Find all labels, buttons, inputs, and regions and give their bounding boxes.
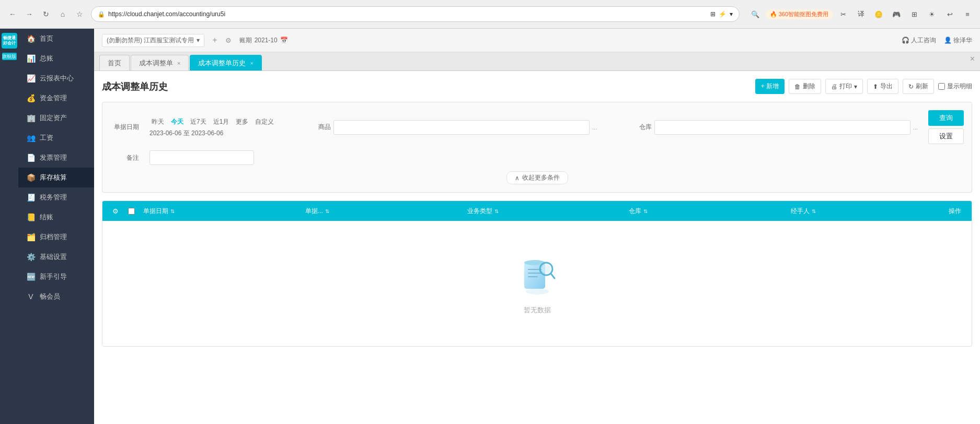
company-selector[interactable]: (勿删勿禁用) 江西服宝测试专用 ▾ [102,34,204,47]
add-label: + 新增 [761,82,779,91]
th-warehouse[interactable]: 仓库 ⇅ [625,207,787,216]
add-button[interactable]: + 新增 [755,79,785,94]
calendar-icon[interactable]: 📅 [280,37,288,44]
shortcut-7days[interactable]: 近7天 [188,116,209,127]
sidebar-item-home[interactable]: 🏠 首页 [18,29,94,49]
sidebar-item-ledger[interactable]: 📊 总账 [18,49,94,68]
sidebar-item-vip[interactable]: V 畅会员 [18,287,94,307]
sidebar-label-reports: 云报表中心 [40,74,74,83]
goods-input[interactable] [333,120,590,135]
sidebar-item-payroll[interactable]: 👥 工资 [18,128,94,148]
settings-gear-icon[interactable]: ⚙ [225,37,232,44]
show-detail-checkbox[interactable]: 显示明细 [938,82,972,91]
table-gear-icon[interactable]: ⚙ [108,207,123,215]
sidebar-label-settings: 基础设置 [40,252,67,262]
sidebar-label-assets: 固定资产 [40,113,67,123]
user-icon: 👤 [944,37,952,44]
sidebar-item-assets[interactable]: 🏢 固定资产 [18,108,94,128]
scissors-icon[interactable]: ✂ [836,7,850,21]
apps-icon[interactable]: ⊞ [907,7,921,21]
date-filter-group: 昨天 今天 近7天 近1月 更多 自定义 2023-06-06 至 2023-0… [149,116,276,138]
header-actions: + 新增 🗑 删除 🖨 打印 ▾ ⬆ 导出 [755,79,972,94]
print-dropdown-icon: ▾ [854,83,857,90]
sidebar-item-closing[interactable]: 📒 结账 [18,207,94,227]
goods-more-btn[interactable]: ... [592,124,597,131]
browser-right-tools: 🔍 🔥 360智能抠图免费用 ✂ 译 🪙 🎮 ⊞ ☀ ↩ ≡ [748,7,975,21]
wallet-icon[interactable]: 🪙 [871,7,886,21]
th-handler-label: 经手人 [791,207,810,216]
sidebar-item-reports[interactable]: 📈 云报表中心 [18,68,94,88]
th-date[interactable]: 单据日期 ⇅ [139,207,301,216]
select-all-input[interactable] [128,208,135,215]
brand-edition-badge: 旗舰版 [2,53,17,60]
page-header: 成本调整单历史 + 新增 🗑 删除 🖨 打印 ▾ ⬆ [102,79,972,94]
th-warehouse-label: 仓库 [629,207,641,216]
menu-icon[interactable]: ≡ [960,7,975,21]
game-icon[interactable]: 🎮 [889,7,904,21]
reports-icon: 📈 [26,74,36,83]
back-button[interactable]: ← [5,7,20,21]
tab-bar-close-all[interactable]: × [970,54,975,64]
tab-cost-adjust[interactable]: 成本调整单 × [131,55,189,70]
filter-row-date: 单据日期 昨天 今天 近7天 近1月 更多 自定义 2023-06-06 至 2… [110,110,964,144]
forward-button[interactable]: → [22,7,37,21]
nav-buttons: ← → ↻ ⌂ ☆ [5,7,87,21]
address-bar[interactable]: 🔒 https://cloud.chanjet.com/accounting/u… [91,6,740,22]
sidebar-item-inventory[interactable]: 📦 库存核算 [18,168,94,187]
svg-line-9 [551,274,555,278]
translate-icon[interactable]: 译 [854,7,868,21]
empty-illustration [514,252,561,299]
ssl-lock-icon: 🔒 [98,11,105,18]
payroll-icon: 👥 [26,134,36,142]
shortcut-more[interactable]: 更多 [234,116,250,127]
shortcut-custom[interactable]: 自定义 [253,116,276,127]
remark-input[interactable] [149,150,254,165]
print-button[interactable]: 🖨 打印 ▾ [825,79,863,94]
query-button[interactable]: 查询 [928,110,964,126]
sidebar-item-archive[interactable]: 🗂️ 归档管理 [18,227,94,247]
tab-cost-history-close[interactable]: × [250,60,253,66]
shortcut-yesterday[interactable]: 昨天 [149,116,166,127]
add-company-btn[interactable]: + [212,36,217,45]
sidebar-item-invoice[interactable]: 📄 发票管理 [18,148,94,168]
export-button[interactable]: ⬆ 导出 [867,79,898,94]
brand-logo[interactable]: 畅捷通好会计 [2,33,17,49]
brightness-icon[interactable]: ☀ [925,7,939,21]
shortcut-1month[interactable]: 近1月 [211,116,232,127]
shortcut-today[interactable]: 今天 [169,116,186,127]
hot-search-area[interactable]: 🔥 360智能抠图免费用 [766,9,833,19]
th-biztype[interactable]: 业务类型 ⇅ [463,207,625,216]
delete-button[interactable]: 🗑 删除 [789,79,821,94]
tab-cost-adjust-close[interactable]: × [177,60,180,66]
settings-icon: ⚙️ [26,253,36,261]
table-select-all-checkbox[interactable] [123,208,139,215]
tab-cost-history[interactable]: 成本调整单历史 × [190,55,261,70]
tab-home[interactable]: 首页 [99,55,130,70]
user-btn[interactable]: 👤 徐泽华 [944,36,972,45]
bookmark-button[interactable]: ☆ [72,7,87,21]
th-handler-sort-icon: ⇅ [812,208,816,214]
th-handler[interactable]: 经手人 ⇅ [787,207,949,216]
home-button[interactable]: ⌂ [55,7,70,21]
collapse-btn[interactable]: ∧ 收起更多条件 [506,171,568,184]
th-docno[interactable]: 单据... ⇅ [301,207,463,216]
table-empty-state: 暂无数据 [102,221,972,346]
show-detail-input[interactable] [938,83,945,90]
svg-point-0 [526,288,549,295]
undo-icon[interactable]: ↩ [942,7,957,21]
warehouse-input[interactable] [654,120,910,135]
search-icon[interactable]: 🔍 [748,7,763,21]
refresh-button[interactable]: ↻ [39,7,53,21]
inventory-icon: 📦 [26,173,36,182]
sidebar-item-finance[interactable]: 💰 资金管理 [18,88,94,108]
warehouse-more-btn[interactable]: ... [913,124,918,131]
th-date-sort-icon: ⇅ [170,208,175,214]
filter-settings-button[interactable]: 设置 [928,128,964,144]
sidebar-item-settings[interactable]: ⚙️ 基础设置 [18,247,94,267]
sidebar-label-tax: 税务管理 [40,193,67,202]
sidebar-label-inventory: 库存核算 [40,173,67,182]
sidebar-item-tax[interactable]: 🧾 税务管理 [18,187,94,207]
service-btn[interactable]: 🎧 人工咨询 [902,36,936,45]
refresh-button[interactable]: ↻ 刷新 [903,79,934,94]
sidebar-item-guide[interactable]: 🆕 新手引导 [18,267,94,287]
